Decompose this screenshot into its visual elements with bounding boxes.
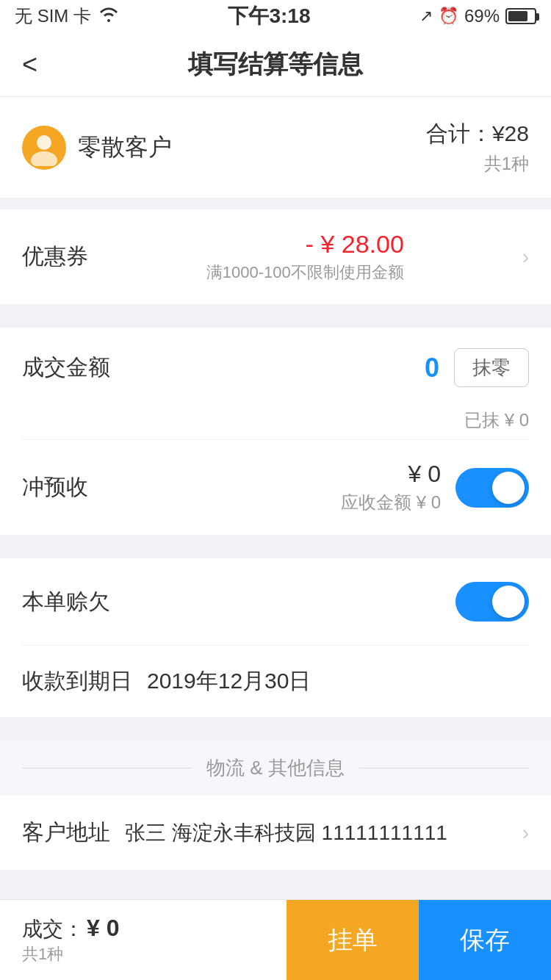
total-amount: 合计：¥28 (426, 119, 529, 149)
status-left: 无 SIM 卡 (15, 4, 119, 28)
page-title: 填写结算等信息 (188, 48, 363, 82)
already-rounded-text: 已抹 ¥ 0 (464, 410, 529, 430)
round-off-sub: 已抹 ¥ 0 (0, 408, 551, 439)
toggle-knob (492, 472, 525, 504)
duedate-value[interactable]: 2019年12月30日 (147, 666, 311, 696)
address-chevron-icon: › (522, 821, 529, 845)
debt-row: 本单赊欠 (0, 558, 551, 645)
save-button[interactable]: 保存 (419, 900, 551, 981)
customer-card: 零散客户 合计：¥28 共1种 (0, 97, 551, 198)
address-value: 张三 海淀永丰科技园 11111111111 (125, 819, 522, 847)
svg-point-0 (37, 135, 51, 150)
carrier-text: 无 SIM 卡 (15, 4, 91, 28)
section-divider-1 (0, 316, 551, 328)
bottom-count: 共1种 (22, 943, 264, 965)
status-bar: 无 SIM 卡 下午3:18 ↗ ⏰ 69% (0, 0, 551, 32)
debt-toggle-knob (492, 586, 525, 618)
transaction-amount-right: 0 抹零 (425, 348, 529, 387)
coupon-right: - ¥ 28.00 满1000-100不限制使用金额 (206, 230, 404, 284)
avatar (22, 126, 66, 170)
bottom-transaction-label: 成交： (22, 915, 84, 943)
battery-percent: 69% (464, 6, 500, 26)
logistics-header: 物流 & 其他信息 (0, 741, 551, 796)
prepayment-amount: ¥ 0 (341, 461, 441, 488)
total-count: 共1种 (426, 152, 529, 176)
prepayment-right: ¥ 0 应收金额 ¥ 0 (341, 461, 529, 514)
transaction-card: 成交金额 0 抹零 已抹 ¥ 0 冲预收 ¥ 0 应收金额 ¥ 0 (0, 328, 551, 535)
prepayment-row: 冲预收 ¥ 0 应收金额 ¥ 0 (0, 440, 551, 535)
battery-icon (505, 8, 536, 24)
logistics-text: 物流 & 其他信息 (206, 755, 345, 781)
transaction-amount-label: 成交金额 (22, 353, 110, 383)
duedate-label: 收款到期日 (22, 666, 132, 696)
total-info: 合计：¥28 共1种 (426, 119, 529, 176)
bottom-info: 成交： ¥ 0 共1种 (0, 915, 287, 965)
section-divider-3 (0, 729, 551, 741)
alarm-icon: ⏰ (439, 7, 458, 26)
chevron-right-icon: › (522, 245, 529, 269)
customer-left: 零散客户 (22, 126, 172, 170)
coupon-card: 优惠券 - ¥ 28.00 满1000-100不限制使用金额 › (0, 209, 551, 304)
back-button[interactable]: < (22, 49, 37, 80)
round-off-button[interactable]: 抹零 (454, 348, 529, 387)
debt-label: 本单赊欠 (22, 587, 110, 617)
logistics-line-right (359, 768, 529, 768)
transaction-amount-row: 成交金额 0 抹零 (0, 328, 551, 408)
hang-order-button[interactable]: 挂单 (287, 900, 419, 981)
nav-bar: < 填写结算等信息 (0, 32, 551, 97)
address-row[interactable]: 客户地址 张三 海淀永丰科技园 11111111111 › (0, 796, 551, 870)
content-area: 零散客户 合计：¥28 共1种 优惠券 - ¥ 28.00 满1000-100不… (0, 97, 551, 970)
duedate-row: 收款到期日 2019年12月30日 (0, 646, 551, 717)
status-right: ↗ ⏰ 69% (419, 6, 536, 26)
debt-card: 本单赊欠 收款到期日 2019年12月30日 (0, 558, 551, 717)
prepayment-sub: 应收金额 ¥ 0 (341, 491, 441, 514)
prepayment-label: 冲预收 (22, 472, 88, 502)
coupon-label: 优惠券 (22, 242, 88, 272)
time-display: 下午3:18 (228, 2, 310, 30)
prepayment-toggle[interactable] (455, 468, 529, 508)
customer-name: 零散客户 (78, 131, 172, 164)
coupon-amount: - ¥ 28.00 (206, 230, 404, 259)
transaction-amount-value[interactable]: 0 (425, 353, 439, 383)
location-icon: ↗ (419, 7, 433, 26)
customer-row: 零散客户 合计：¥28 共1种 (0, 97, 551, 198)
wifi-icon (98, 6, 119, 26)
coupon-row[interactable]: 优惠券 - ¥ 28.00 满1000-100不限制使用金额 › (0, 209, 551, 304)
coupon-desc: 满1000-100不限制使用金额 (206, 262, 404, 284)
section-divider-2 (0, 547, 551, 558)
svg-point-1 (31, 151, 57, 166)
address-label: 客户地址 (22, 818, 110, 848)
bottom-amount: ¥ 0 (87, 915, 119, 942)
bottom-bar: 成交： ¥ 0 共1种 挂单 保存 (0, 899, 551, 980)
debt-toggle[interactable] (455, 582, 529, 621)
address-card: 客户地址 张三 海淀永丰科技园 11111111111 › (0, 796, 551, 870)
logistics-line-left (22, 768, 192, 768)
